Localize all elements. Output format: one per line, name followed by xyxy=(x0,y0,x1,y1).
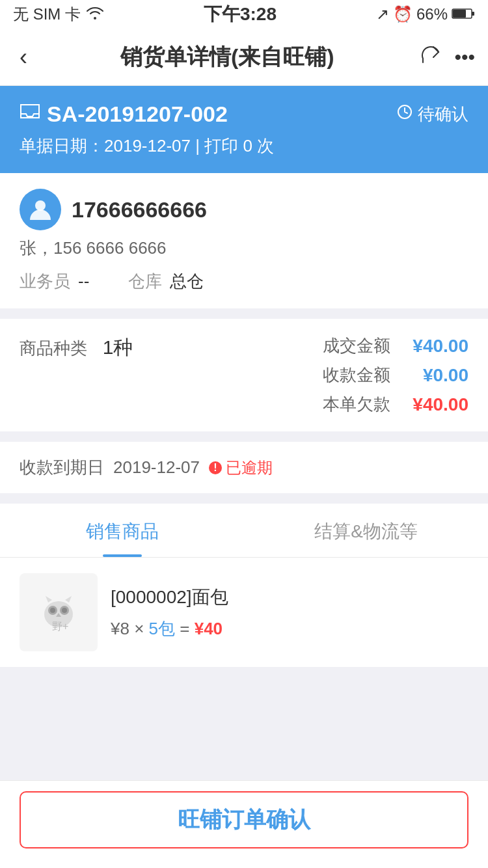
debt-value: ¥40.00 xyxy=(403,394,468,415)
nav-bar: ‹ 销货单详情(来自旺铺) ••• xyxy=(0,29,488,86)
overdue-badge: ! 已逾期 xyxy=(209,457,273,478)
tab-settlement[interactable]: 结算&物流等 xyxy=(244,504,488,557)
nav-actions: ••• xyxy=(420,44,475,70)
battery-icon xyxy=(452,5,475,23)
customer-meta: 业务员 -- 仓库 总仓 xyxy=(20,270,468,293)
overdue-text: 已逾期 xyxy=(226,457,273,478)
summary-section: 商品种类 1种 成交金额 ¥40.00 收款金额 ¥0.00 本单欠款 ¥40.… xyxy=(0,319,488,431)
received-label: 收款金额 xyxy=(323,364,390,387)
tab-products[interactable]: 销售商品 xyxy=(0,504,244,557)
product-price: ¥8 × 5包 = ¥40 xyxy=(111,617,468,640)
due-section: 收款到期日 2019-12-07 ! 已逾期 xyxy=(0,442,488,493)
product-info: [0000002]面包 ¥8 × 5包 = ¥40 xyxy=(111,585,468,640)
warehouse-value: 总仓 xyxy=(170,270,204,293)
order-id-container: SA-20191207-002 xyxy=(20,102,228,127)
status-text: 待确认 xyxy=(418,103,468,126)
svg-rect-2 xyxy=(453,10,466,18)
salesperson-value: -- xyxy=(78,271,89,292)
alarm-icon: ⏰ xyxy=(393,5,413,23)
status-right: ↗ ⏰ 66% xyxy=(376,5,475,23)
type-value: 1种 xyxy=(103,336,133,358)
customer-section: 17666666666 张，156 6666 6666 业务员 -- 仓库 总仓 xyxy=(0,173,488,308)
share-icon[interactable] xyxy=(420,44,441,70)
svg-rect-1 xyxy=(472,12,474,16)
status-left: 无 SIM 卡 xyxy=(13,4,104,25)
location-icon: ↗ xyxy=(376,5,389,23)
more-icon[interactable]: ••• xyxy=(454,46,475,68)
customer-avatar xyxy=(20,189,61,230)
order-status: 待确认 xyxy=(397,103,468,126)
status-bar: 无 SIM 卡 下午3:28 ↗ ⏰ 66% xyxy=(0,0,488,29)
confirm-order-button[interactable]: 旺铺订单确认 xyxy=(20,791,468,848)
inbox-icon xyxy=(20,102,40,127)
svg-marker-11 xyxy=(46,596,52,603)
received-value: ¥0.00 xyxy=(403,365,468,386)
order-date: 单据日期：2019-12-07 | 打印 0 次 xyxy=(20,135,468,157)
salesperson-label: 业务员 xyxy=(20,270,70,293)
type-label: 商品种类 xyxy=(20,338,87,358)
product-item: 野+ [0000002]面包 ¥8 × 5包 = ¥40 xyxy=(0,558,488,667)
bottom-bar: 旺铺订单确认 xyxy=(0,780,488,868)
price-equals: = xyxy=(175,619,195,638)
product-name: [0000002]面包 xyxy=(111,585,468,610)
summary-right: 成交金额 ¥40.00 收款金额 ¥0.00 本单欠款 ¥40.00 xyxy=(323,334,468,416)
warehouse-label: 仓库 xyxy=(128,270,162,293)
customer-name: 张，156 6666 6666 xyxy=(20,237,468,260)
carrier-text: 无 SIM 卡 xyxy=(13,4,81,25)
back-button[interactable]: ‹ xyxy=(13,37,34,77)
overdue-dot-icon: ! xyxy=(209,461,222,474)
clock-icon xyxy=(397,104,413,124)
summary-left: 商品种类 1种 xyxy=(20,334,133,361)
customer-phone: 17666666666 xyxy=(72,197,207,223)
products-section: 野+ [0000002]面包 ¥8 × 5包 = ¥40 xyxy=(0,558,488,667)
amount-label: 成交金额 xyxy=(323,334,390,357)
due-date: 2019-12-07 xyxy=(113,457,200,478)
order-id-text: SA-20191207-002 xyxy=(47,102,228,127)
tabs-section: 销售商品 结算&物流等 xyxy=(0,504,488,667)
price-formula: ¥8 × xyxy=(111,619,149,638)
battery-text: 66% xyxy=(416,5,448,23)
product-image: 野+ xyxy=(20,573,98,651)
wifi-icon xyxy=(86,5,104,23)
status-time: 下午3:28 xyxy=(204,2,277,27)
svg-text:野+: 野+ xyxy=(52,621,68,632)
due-label: 收款到期日 xyxy=(20,456,104,479)
debt-label: 本单欠款 xyxy=(323,393,390,416)
product-total: ¥40 xyxy=(195,619,223,638)
amount-value: ¥40.00 xyxy=(403,336,468,357)
order-header: SA-20191207-002 待确认 单据日期：2019-12-07 | 打印… xyxy=(0,86,488,173)
product-qty: 5包 xyxy=(149,619,175,638)
svg-point-8 xyxy=(50,608,55,613)
svg-marker-12 xyxy=(65,596,72,603)
tabs-container: 销售商品 结算&物流等 xyxy=(0,504,488,558)
product-logo-icon: 野+ xyxy=(33,590,85,635)
page-title: 销货单详情(来自旺铺) xyxy=(34,42,420,72)
svg-point-9 xyxy=(62,608,67,613)
svg-point-4 xyxy=(35,200,46,211)
